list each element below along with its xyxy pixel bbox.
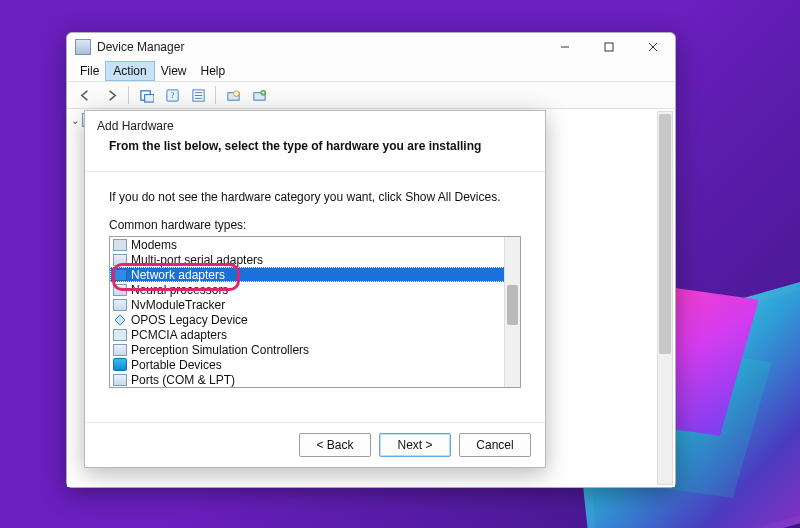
- hardware-types-listbox[interactable]: ModemsMulti-port serial adaptersNetwork …: [109, 236, 521, 388]
- app-icon: [75, 39, 91, 55]
- list-item[interactable]: PCMCIA adapters: [110, 327, 505, 342]
- wizard-subtitle: From the list below, select the type of …: [97, 139, 533, 153]
- menubar: File Action View Help: [67, 61, 675, 82]
- maximize-button[interactable]: [587, 33, 631, 61]
- net-icon: [113, 269, 127, 281]
- generic-icon: [113, 299, 127, 311]
- list-item-label: Portable Devices: [131, 358, 222, 372]
- scan-button[interactable]: [221, 84, 245, 106]
- properties-button[interactable]: [186, 84, 210, 106]
- listbox-scrollbar[interactable]: [504, 237, 520, 387]
- next-button[interactable]: Next >: [379, 433, 451, 457]
- generic-icon: [113, 344, 127, 356]
- back-button[interactable]: [73, 84, 97, 106]
- menu-view[interactable]: View: [154, 62, 194, 80]
- opos-icon: [113, 314, 127, 326]
- modem-icon: [113, 239, 127, 251]
- list-item[interactable]: Ports (COM & LPT): [110, 372, 505, 387]
- generic-icon: [113, 374, 127, 386]
- cancel-button[interactable]: Cancel: [459, 433, 531, 457]
- list-item-label: Network adapters: [131, 268, 225, 282]
- help-button[interactable]: ?: [160, 84, 184, 106]
- menu-file[interactable]: File: [73, 62, 106, 80]
- list-item-label: NvModuleTracker: [131, 298, 225, 312]
- hardware-list-label: Common hardware types:: [109, 218, 521, 232]
- list-item[interactable]: OPOS Legacy Device: [110, 312, 505, 327]
- svg-rect-1: [605, 43, 613, 51]
- list-item[interactable]: Multi-port serial adapters: [110, 252, 505, 267]
- toolbar: ?: [67, 82, 675, 109]
- wizard-note: If you do not see the hardware category …: [109, 190, 521, 204]
- pcmcia-icon: [113, 329, 127, 341]
- add-hardware-wizard: Add Hardware From the list below, select…: [84, 110, 546, 468]
- list-item[interactable]: NvModuleTracker: [110, 297, 505, 312]
- generic-icon: [113, 254, 127, 266]
- svg-point-13: [233, 90, 239, 96]
- list-item[interactable]: Network adapters: [110, 267, 505, 282]
- svg-text:?: ?: [170, 90, 174, 100]
- list-item-label: Neural processors: [131, 283, 228, 297]
- list-item-label: Perception Simulation Controllers: [131, 343, 309, 357]
- back-button[interactable]: < Back: [299, 433, 371, 457]
- titlebar[interactable]: Device Manager: [67, 33, 675, 61]
- chevron-down-icon: ⌄: [71, 115, 79, 126]
- show-hidden-button[interactable]: [134, 84, 158, 106]
- menu-action[interactable]: Action: [106, 62, 153, 80]
- wizard-title: Add Hardware: [97, 119, 533, 133]
- svg-marker-18: [115, 315, 125, 325]
- list-item-label: PCMCIA adapters: [131, 328, 227, 342]
- list-item[interactable]: Neural processors: [110, 282, 505, 297]
- list-item[interactable]: Portable Devices: [110, 357, 505, 372]
- window-title: Device Manager: [97, 40, 543, 54]
- list-item-label: Modems: [131, 238, 177, 252]
- close-button[interactable]: [631, 33, 675, 61]
- list-item-label: OPOS Legacy Device: [131, 313, 248, 327]
- list-item[interactable]: Modems: [110, 237, 505, 252]
- menu-help[interactable]: Help: [194, 62, 233, 80]
- list-item-label: Multi-port serial adapters: [131, 253, 263, 267]
- generic-icon: [113, 284, 127, 296]
- portable-icon: [113, 359, 127, 371]
- list-item-label: Ports (COM & LPT): [131, 373, 235, 387]
- tree-scrollbar[interactable]: [657, 111, 673, 485]
- add-hw-button[interactable]: [247, 84, 271, 106]
- svg-rect-5: [144, 94, 153, 102]
- forward-button[interactable]: [99, 84, 123, 106]
- minimize-button[interactable]: [543, 33, 587, 61]
- list-item[interactable]: Perception Simulation Controllers: [110, 342, 505, 357]
